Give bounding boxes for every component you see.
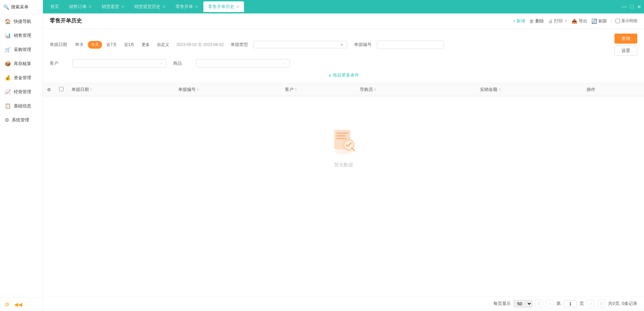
svg-rect-4 <box>336 138 347 139</box>
sidebar-item-sales-mgmt[interactable]: 📊 销售管理 <box>0 29 43 43</box>
tab-sales-order-label: 销售订单 <box>69 4 87 10</box>
sidebar-item-finance[interactable]: 💰 资金管理 <box>0 71 43 85</box>
print-button[interactable]: 🖨 打印 ▼ <box>548 18 567 24</box>
tab-home[interactable]: 首页 <box>46 1 64 12</box>
date-btn-more[interactable]: 更多 <box>139 41 153 49</box>
export-button[interactable]: 📤 导出 <box>572 18 587 24</box>
search-icon: 🔍 <box>3 4 9 10</box>
tab-retail-open-close[interactable]: ✕ <box>195 5 198 9</box>
select-all-checkbox[interactable] <box>59 87 63 91</box>
sort-amount-icon: ⇅ <box>498 88 501 91</box>
sidebar-item-label: 基础信息 <box>14 103 31 109</box>
date-btn-7days[interactable]: 近7天 <box>103 41 120 49</box>
sidebar-item-label: 销售管理 <box>14 33 31 39</box>
th-check <box>55 83 67 96</box>
goods-input[interactable]: ··· <box>196 59 290 67</box>
print-icon: 🖨 <box>548 18 553 24</box>
date-btn-yesterday[interactable]: 昨天 <box>72 41 87 49</box>
minimize-icon[interactable]: — <box>622 4 627 10</box>
maximize-icon[interactable]: □ <box>630 4 634 10</box>
th-date-label: 单据日期 <box>71 87 89 93</box>
date-btn-today[interactable]: 今天 <box>88 41 102 49</box>
th-customer-sortable[interactable]: 客户 ⇅ <box>285 87 352 93</box>
customer-label: 客户 <box>50 60 70 66</box>
basic-info-icon: 📋 <box>5 103 11 109</box>
th-no-sortable[interactable]: 单据编号 ⇅ <box>178 87 277 93</box>
table-area: ⚙ 单据日期 ⇅ 单据编号 <box>43 83 644 296</box>
config-icon[interactable]: ⚙ <box>47 87 51 92</box>
tab-sales-return-label: 销货退货 <box>102 4 119 10</box>
sales-icon: 📊 <box>5 33 11 39</box>
page-input[interactable] <box>563 300 577 307</box>
sidebar-item-inventory[interactable]: 📦 库存核算 <box>0 57 43 71</box>
per-page-label: 每页显示 <box>493 301 511 307</box>
action-buttons: 查询 设置 <box>614 34 637 56</box>
new-button[interactable]: + 新增 <box>513 18 525 24</box>
prev-page-btn[interactable]: ＜ <box>546 300 554 308</box>
bill-type-filter-group: 单据类型 ▼ <box>231 41 347 48</box>
bill-no-text-input[interactable] <box>381 42 440 47</box>
per-page-select[interactable]: 10 20 50 100 <box>513 300 532 308</box>
window-close-icon[interactable]: ✕ <box>637 4 641 10</box>
sidebar-item-label: 资金管理 <box>14 75 31 81</box>
filter-row-2: 客户 ··· 商品 ··· <box>50 59 637 67</box>
tab-retail-open[interactable]: 零售开单 ✕ <box>171 1 203 12</box>
next-page-btn[interactable]: ＞ <box>587 300 595 308</box>
collapse-arrow-icon: ∧ <box>328 73 332 78</box>
sidebar-search[interactable]: 🔍 搜索采单 <box>0 0 43 14</box>
th-config: ⚙ <box>43 83 55 96</box>
settings-footer-icon[interactable]: ⚙ <box>5 301 9 308</box>
tab-sales-return[interactable]: 销货退货 ✕ <box>97 1 129 12</box>
tab-sales-order-close[interactable]: ✕ <box>89 5 92 9</box>
print-button-label: 打印 <box>554 18 563 24</box>
tab-sales-return-close[interactable]: ✕ <box>121 5 124 9</box>
goods-browse-icon[interactable]: ··· <box>283 61 286 66</box>
operation-icon: 📈 <box>5 89 11 95</box>
settings-button[interactable]: 设置 <box>614 46 637 56</box>
collapse-more-btn[interactable]: ∧ 收起更多条件 <box>328 72 359 78</box>
customer-browse-icon[interactable]: ··· <box>159 61 163 66</box>
finance-icon: 💰 <box>5 75 11 81</box>
sidebar-item-quick-nav[interactable]: 🏠 快捷导航 <box>0 14 43 29</box>
tab-retail-history[interactable]: 零售开单历史 ✕ <box>203 1 244 12</box>
display-detail-input[interactable] <box>615 19 620 23</box>
sidebar-item-operation[interactable]: 📈 经营管理 <box>0 85 43 99</box>
tab-home-label: 首页 <box>50 4 59 10</box>
tab-sales-return-history-close[interactable]: ✕ <box>162 5 165 9</box>
sidebar-item-system[interactable]: ⚙ 系统管理 <box>0 113 43 127</box>
th-amount-sortable[interactable]: 实销金额 ⇅ <box>480 87 579 93</box>
refresh-button[interactable]: 🔄 刷新 <box>591 18 607 24</box>
th-date-sortable[interactable]: 单据日期 ⇅ <box>71 87 170 93</box>
sidebar-item-purchase-mgmt[interactable]: 🛒 采购管理 <box>0 43 43 57</box>
tab-retail-history-close[interactable]: ✕ <box>236 5 239 9</box>
sidebar-item-label: 采购管理 <box>14 47 31 53</box>
display-detail-checkbox[interactable]: 显示明细 <box>615 18 637 24</box>
svg-rect-2 <box>336 133 348 134</box>
sidebar-search-label: 搜索采单 <box>11 4 29 10</box>
sidebar-item-basic-info[interactable]: 📋 基础信息 <box>0 99 43 113</box>
date-btn-custom[interactable]: 自定义 <box>154 41 172 49</box>
empty-text: 暂无数据 <box>334 162 353 168</box>
collapse-sidebar-icon[interactable]: ◀◀ <box>14 301 22 308</box>
goods-filter-group: 商品 ··· <box>173 59 290 67</box>
first-page-btn[interactable]: ⟨⟨ <box>535 300 543 308</box>
date-btn-1month[interactable]: 近1月 <box>121 41 138 49</box>
sort-date-icon: ⇅ <box>90 88 93 91</box>
bill-type-select[interactable]: ▼ <box>253 41 347 48</box>
customer-input[interactable]: ··· <box>72 59 166 67</box>
sidebar-item-label: 快捷导航 <box>14 18 31 24</box>
query-button[interactable]: 查询 <box>614 34 637 44</box>
export-icon: 📤 <box>572 18 577 24</box>
bill-no-input[interactable] <box>377 41 444 49</box>
delete-button[interactable]: 🗑 删除 <box>529 18 544 24</box>
goods-text-input[interactable] <box>200 61 283 66</box>
tab-sales-return-history[interactable]: 销货退货历史 ✕ <box>130 1 170 12</box>
tab-sales-order[interactable]: 销售订单 ✕ <box>64 1 96 12</box>
th-amount-label: 实销金额 <box>480 87 497 93</box>
last-page-btn[interactable]: ⟩⟩ <box>597 300 605 308</box>
customer-text-input[interactable] <box>76 61 159 66</box>
page-content: 零售开单历史 + 新增 🗑 删除 🖨 打印 ▼ 📤 导出 <box>43 13 644 311</box>
sort-no-icon: ⇅ <box>197 88 199 91</box>
th-salesperson-sortable[interactable]: 导购员 ⇅ <box>360 87 442 93</box>
bill-type-arrow-icon: ▼ <box>340 43 344 47</box>
